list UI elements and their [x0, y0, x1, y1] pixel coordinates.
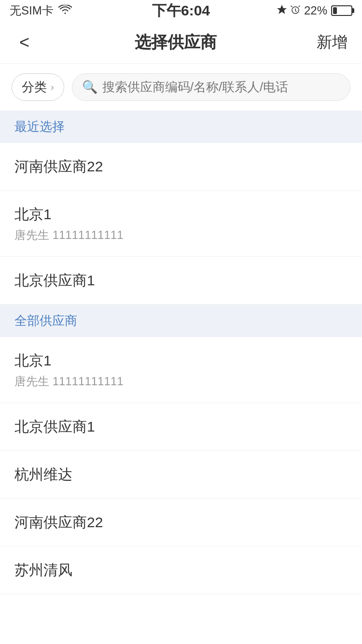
item-name: 河南供应商22 [14, 156, 348, 177]
carrier-label: 无SIM卡 [10, 3, 54, 18]
item-name: 河南供应商22 [14, 512, 348, 532]
item-sub: 唐先生 11111111111 [14, 227, 348, 243]
status-left: 无SIM卡 [10, 3, 72, 18]
item-sub: 唐先生 11111111111 [14, 374, 348, 389]
filter-bar: 分类 › 🔍 [0, 64, 362, 111]
list-item[interactable]: 河南供应商22 [0, 143, 362, 191]
battery-percentage: 22% [304, 4, 327, 17]
all-list: 北京1唐先生 11111111111北京供应商1杭州维达河南供应商22苏州清风 [0, 337, 362, 594]
list-item[interactable]: 北京1唐先生 11111111111 [0, 191, 362, 257]
battery-icon [331, 5, 352, 16]
add-button[interactable]: 新增 [317, 32, 348, 53]
chevron-right-icon: › [51, 82, 54, 93]
recent-list: 河南供应商22北京1唐先生 11111111111北京供应商1 [0, 143, 362, 305]
category-button[interactable]: 分类 › [12, 73, 64, 101]
item-name: 北京供应商1 [14, 417, 348, 437]
status-right: 22% [277, 4, 352, 17]
list-item[interactable]: 杭州维达 [0, 451, 362, 499]
recent-section-label: 最近选择 [14, 119, 65, 134]
item-name: 北京1 [14, 350, 348, 371]
back-button[interactable]: < [14, 28, 34, 57]
wifi-icon [58, 4, 72, 17]
list-item[interactable]: 苏州清风 [0, 546, 362, 594]
category-label: 分类 [22, 79, 47, 96]
recent-section-header: 最近选择 [0, 111, 362, 143]
all-section-label: 全部供应商 [14, 313, 77, 328]
item-name: 杭州维达 [14, 464, 348, 485]
search-input[interactable] [102, 80, 340, 95]
list-item[interactable]: 北京供应商1 [0, 257, 362, 305]
gps-icon [277, 4, 287, 17]
item-name: 北京1 [14, 204, 348, 224]
all-section-header: 全部供应商 [0, 305, 362, 337]
item-name: 北京供应商1 [14, 270, 348, 291]
status-bar: 无SIM卡 下午6:04 22% [0, 0, 362, 21]
list-item[interactable]: 河南供应商22 [0, 499, 362, 546]
page-title: 选择供应商 [135, 31, 217, 54]
alarm-icon [291, 4, 300, 17]
status-time: 下午6:04 [152, 1, 210, 21]
item-name: 苏州清风 [14, 560, 348, 580]
nav-bar: < 选择供应商 新增 [0, 21, 362, 64]
search-icon: 🔍 [82, 80, 97, 95]
list-item[interactable]: 北京供应商1 [0, 403, 362, 451]
list-item[interactable]: 北京1唐先生 11111111111 [0, 337, 362, 403]
search-box: 🔍 [72, 73, 350, 101]
